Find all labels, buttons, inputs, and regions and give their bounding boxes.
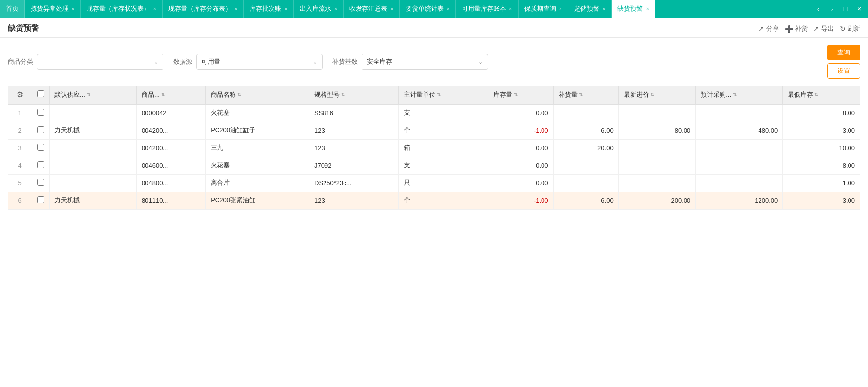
row-checkbox[interactable] bbox=[37, 126, 44, 133]
filter-area: 商品分类 ⌄ 数据源 可用量 ⌄ 补货基数 安全库存 ⌄ 查询 设置 bbox=[0, 38, 868, 86]
cell-stock: 0.00 bbox=[488, 174, 553, 192]
tab-home[interactable]: 首页 bbox=[0, 0, 25, 18]
tab-inout-flow[interactable]: 出入库流水 × bbox=[294, 0, 344, 18]
cell-seq: 2 bbox=[8, 122, 32, 139]
sort-spec-icon: ⇅ bbox=[341, 92, 345, 97]
close-tab-demand[interactable]: × bbox=[447, 6, 450, 12]
gear-settings-button[interactable]: ⚙ bbox=[13, 88, 27, 102]
replenish-button[interactable]: ➕ 补货 bbox=[785, 24, 808, 33]
col-min-stock-label: 最低库存 bbox=[788, 90, 813, 99]
cell-product-name: 离合片 bbox=[206, 174, 309, 192]
row-checkbox[interactable] bbox=[37, 179, 44, 186]
cell-product-code: 004200... bbox=[137, 122, 206, 139]
row-checkbox[interactable] bbox=[37, 144, 44, 151]
cell-spec: 123 bbox=[309, 192, 399, 209]
close-tab-exception[interactable]: × bbox=[72, 6, 74, 12]
cell-stock: 0.00 bbox=[488, 139, 553, 157]
refresh-button[interactable]: ↻ 刷新 bbox=[840, 24, 860, 33]
column-product-code: 商品... ⇅ bbox=[137, 86, 206, 104]
cell-checkbox bbox=[32, 122, 50, 139]
tab-expiry[interactable]: 保质期查询 × bbox=[519, 0, 568, 18]
close-tab-batch[interactable]: × bbox=[284, 6, 287, 12]
row-checkbox[interactable] bbox=[37, 196, 44, 203]
sort-min-stock-icon: ⇅ bbox=[814, 92, 818, 97]
replenish-base-label: 补货基数 bbox=[332, 57, 358, 66]
table-header-row: ⚙ 默认供应... ⇅ 商品... ⇅ bbox=[8, 86, 860, 104]
close-tab-overstock[interactable]: × bbox=[602, 6, 605, 12]
table-container: ⚙ 默认供应... ⇅ 商品... ⇅ bbox=[0, 86, 868, 210]
product-category-chevron-icon: ⌄ bbox=[154, 59, 158, 65]
tab-demand[interactable]: 要货单统计表 × bbox=[400, 0, 456, 18]
replenish-base-select[interactable]: 安全库存 ⌄ bbox=[362, 54, 488, 70]
tab-available-ledger[interactable]: 可用量库存账本 × bbox=[456, 0, 518, 18]
cell-min-stock: 1.00 bbox=[783, 174, 860, 192]
cell-latest-price: 80.00 bbox=[618, 122, 696, 139]
data-source-select[interactable]: 可用量 ⌄ bbox=[196, 54, 323, 70]
cell-spec: J7092 bbox=[309, 157, 399, 174]
export-button[interactable]: ↗ 导出 bbox=[814, 24, 834, 33]
col-default-supplier-label: 默认供应... bbox=[54, 90, 85, 99]
cell-replenish-qty: 20.00 bbox=[553, 139, 618, 157]
column-unit: 主计量单位 ⇅ bbox=[399, 86, 488, 104]
close-tab-available[interactable]: × bbox=[509, 6, 512, 12]
tab-inventory-status[interactable]: 现存量（库存状况表） × bbox=[81, 0, 162, 18]
cell-product-code: 0000042 bbox=[137, 104, 206, 122]
tab-overstock[interactable]: 超储预警 × bbox=[568, 0, 612, 18]
cell-min-stock: 10.00 bbox=[783, 139, 860, 157]
cell-min-stock: 8.00 bbox=[783, 157, 860, 174]
tab-inventory-dist[interactable]: 现存量（库存分布表） × bbox=[163, 0, 244, 18]
tab-batch-account[interactable]: 库存批次账 × bbox=[244, 0, 293, 18]
sort-estimated-icon: ⇅ bbox=[733, 92, 737, 97]
share-button[interactable]: ↗ 分享 bbox=[759, 24, 779, 33]
close-tab-expiry[interactable]: × bbox=[559, 6, 562, 12]
page-title: 缺货预警 bbox=[8, 23, 39, 34]
cell-estimated-purchase: 480.00 bbox=[696, 122, 783, 139]
nav-prev-button[interactable]: ‹ bbox=[812, 2, 825, 16]
col-latest-price-label: 最新进价 bbox=[624, 90, 649, 99]
nav-next-button[interactable]: › bbox=[825, 2, 839, 16]
nav-restore-button[interactable]: □ bbox=[839, 2, 852, 16]
col-spec-label: 规格型号 bbox=[314, 90, 340, 99]
column-estimated-purchase: 预计采购... ⇅ bbox=[696, 86, 783, 104]
close-tab-inventory-dist[interactable]: × bbox=[235, 6, 237, 12]
select-all-checkbox[interactable] bbox=[37, 90, 44, 97]
tab-summary[interactable]: 收发存汇总表 × bbox=[344, 0, 399, 18]
product-category-select[interactable]: ⌄ bbox=[37, 54, 163, 70]
table-row: 2力天机械004200...PC200油缸缸子123个-1.006.0080.0… bbox=[8, 122, 860, 139]
table-row: 3004200...三九123箱0.0020.0010.00 bbox=[8, 139, 860, 157]
tab-shortage[interactable]: 缺货预警 × bbox=[612, 0, 655, 18]
cell-checkbox bbox=[32, 157, 50, 174]
row-checkbox[interactable] bbox=[37, 109, 44, 116]
cell-latest-price: 200.00 bbox=[618, 192, 696, 209]
cell-unit: 支 bbox=[399, 157, 488, 174]
cell-replenish-qty: 6.00 bbox=[553, 192, 618, 209]
close-tab-inventory-status[interactable]: × bbox=[153, 6, 156, 12]
table-row: 5004800...离合片DS250*23c...只0.001.00 bbox=[8, 174, 860, 192]
cell-product-name: 三九 bbox=[206, 139, 309, 157]
column-stock: 库存量 ⇅ bbox=[488, 86, 553, 104]
close-tab-inout[interactable]: × bbox=[334, 6, 337, 12]
close-tab-summary[interactable]: × bbox=[390, 6, 393, 12]
cell-product-code: 004200... bbox=[137, 139, 206, 157]
cell-unit: 个 bbox=[399, 122, 488, 139]
cell-supplier bbox=[50, 139, 137, 157]
cell-supplier: 力天机械 bbox=[50, 122, 137, 139]
cell-checkbox bbox=[32, 139, 50, 157]
settings-button[interactable]: 设置 bbox=[827, 63, 860, 79]
share-icon: ↗ bbox=[759, 25, 764, 33]
col-stock-label: 库存量 bbox=[493, 90, 512, 99]
column-default-supplier: 默认供应... ⇅ bbox=[50, 86, 137, 104]
row-checkbox[interactable] bbox=[37, 161, 44, 168]
cell-replenish-qty bbox=[553, 174, 618, 192]
query-button[interactable]: 查询 bbox=[827, 45, 860, 60]
col-product-code-label: 商品... bbox=[142, 90, 160, 99]
nav-close-button[interactable]: × bbox=[852, 2, 866, 16]
cell-min-stock: 8.00 bbox=[783, 104, 860, 122]
data-source-value: 可用量 bbox=[201, 57, 220, 66]
export-icon: ↗ bbox=[814, 25, 819, 33]
cell-latest-price bbox=[618, 157, 696, 174]
cell-checkbox bbox=[32, 174, 50, 192]
cell-estimated-purchase bbox=[696, 139, 783, 157]
close-tab-shortage[interactable]: × bbox=[646, 6, 649, 12]
tab-exception[interactable]: 拣货异常处理 × bbox=[25, 0, 81, 18]
